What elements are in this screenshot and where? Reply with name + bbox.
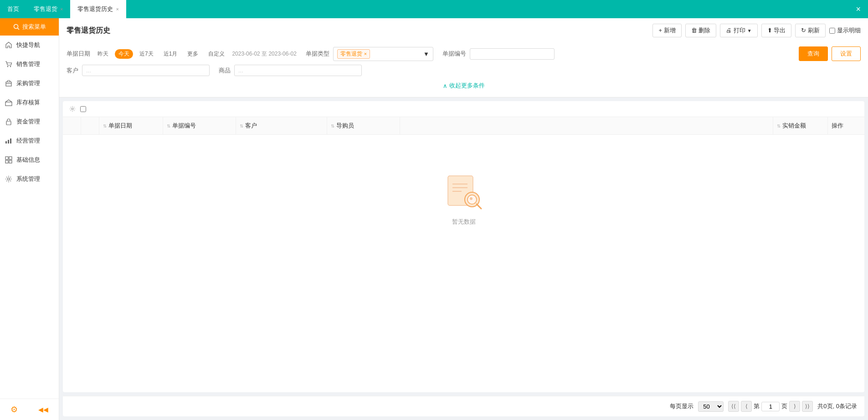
empty-state: 暂无数据	[63, 135, 864, 262]
display-detail-label: 显示明细	[837, 26, 861, 35]
content-area: 零售退货历史 + 新增 🗑 删除 🖨 打印 ▼ ⬆ 导出 ↻ 刷新 显示明细	[59, 18, 868, 420]
sidebar-item-operations[interactable]: 经营管理	[0, 131, 59, 150]
sidebar-item-purchase-label: 采购管理	[16, 79, 40, 87]
tab-retail-return-close[interactable]: ×	[60, 6, 63, 12]
tab-home[interactable]: 零售退货历史 首页	[0, 0, 26, 18]
delete-button[interactable]: 🗑 删除	[685, 24, 717, 37]
doc-type-filter: 单据类型 零售退货 × ▼	[306, 47, 433, 61]
svg-point-3	[10, 66, 11, 67]
collapse-button[interactable]: ∧ 收起更多条件	[443, 82, 485, 90]
tab-retail-return-label: 零售退货	[34, 5, 57, 13]
date-custom-btn[interactable]: 自定义	[205, 49, 228, 59]
tab-retail-return-history-close[interactable]: ×	[116, 6, 118, 12]
goods-select[interactable]: ...	[234, 65, 362, 76]
settings-icon	[5, 175, 13, 183]
sort-no-icon[interactable]: ⇅	[167, 123, 170, 128]
sidebar-item-inventory[interactable]: 库存核算	[0, 93, 59, 112]
audio-icon[interactable]: ◀◀	[38, 406, 48, 413]
sidebar-item-system[interactable]: 系统管理	[0, 169, 59, 189]
svg-rect-8	[5, 141, 7, 143]
main-layout: 搜索菜单 快捷导航 销售管理 采购管理 库存核算	[0, 18, 868, 420]
svg-rect-13	[5, 160, 8, 163]
sidebar-item-sales-label: 销售管理	[16, 60, 40, 68]
svg-point-0	[14, 25, 18, 29]
print-button[interactable]: 🖨 打印 ▼	[720, 24, 758, 37]
sort-date-icon[interactable]: ⇅	[103, 123, 107, 128]
date-yesterday-btn[interactable]: 昨天	[94, 49, 112, 59]
svg-rect-12	[9, 157, 12, 159]
display-detail-checkbox[interactable]	[829, 28, 835, 34]
sidebar-item-quick-nav-label: 快捷导航	[16, 41, 40, 49]
sort-customer-icon[interactable]: ⇅	[240, 123, 243, 128]
doc-type-select[interactable]: 零售退货 × ▼	[333, 47, 433, 61]
date-today-btn[interactable]: 今天	[115, 49, 133, 59]
th-spacer	[400, 117, 773, 134]
doc-type-tag-close[interactable]: ×	[364, 51, 367, 56]
filter-area: 单据日期 昨天 今天 近7天 近1月 更多 自定义 2023-06-02 至 2…	[67, 43, 861, 97]
page-number-input[interactable]	[761, 402, 780, 411]
table-settings-icon[interactable]	[68, 105, 77, 113]
svg-rect-6	[5, 102, 12, 106]
sidebar-search[interactable]: 搜索菜单	[0, 18, 59, 36]
sidebar-item-sales[interactable]: 销售管理	[0, 55, 59, 74]
sort-guide-icon[interactable]: ⇅	[331, 123, 334, 128]
lock-icon	[5, 118, 13, 126]
doc-type-tag-text: 零售退货	[340, 50, 362, 58]
first-page-button[interactable]: ⟨⟨	[728, 401, 739, 412]
date-more-btn[interactable]: 更多	[184, 49, 202, 59]
window-close-button[interactable]: ×	[848, 5, 868, 14]
export-button[interactable]: ⬆ 导出	[761, 24, 792, 37]
sort-amount-icon[interactable]: ⇅	[777, 123, 781, 128]
new-button[interactable]: + 新增	[652, 24, 681, 37]
warehouse-icon	[5, 98, 13, 107]
svg-line-1	[17, 28, 19, 30]
prev-page-button[interactable]: ⟨	[741, 401, 752, 412]
customer-placeholder: ...	[86, 67, 91, 74]
gear-bottom-icon[interactable]: ⚙	[10, 405, 18, 415]
date-1month-btn[interactable]: 近1月	[160, 49, 181, 59]
sidebar-item-purchase[interactable]: 采购管理	[0, 74, 59, 93]
customer-select[interactable]: ...	[82, 65, 210, 76]
select-all-checkbox[interactable]	[80, 106, 86, 112]
sidebar-item-basic-info-label: 基础信息	[16, 156, 40, 164]
query-setting-buttons: 查询 设置	[799, 46, 861, 61]
doc-type-dropdown-icon: ▼	[423, 51, 429, 57]
sidebar-item-finance-label: 资金管理	[16, 118, 40, 126]
sidebar-item-finance[interactable]: 资金管理	[0, 112, 59, 131]
search-icon	[13, 24, 20, 30]
empty-text: 暂无数据	[452, 218, 476, 226]
display-detail-checkbox-container: 显示明细	[829, 26, 861, 35]
tab-retail-return[interactable]: 零售退货 ×	[26, 0, 70, 18]
sidebar-item-system-label: 系统管理	[16, 175, 40, 183]
setting-button[interactable]: 设置	[832, 46, 861, 61]
query-button[interactable]: 查询	[799, 46, 828, 61]
page-title-row: 零售退货历史 + 新增 🗑 删除 🖨 打印 ▼ ⬆ 导出 ↻ 刷新 显示明细	[67, 24, 861, 37]
tab-retail-return-history[interactable]: 零售退货历史 ×	[70, 0, 126, 18]
svg-point-2	[7, 66, 8, 67]
cart-icon	[5, 60, 13, 68]
box-icon	[5, 79, 13, 87]
tab-home-label: 首页	[7, 5, 19, 13]
doc-no-filter: 单据编号	[442, 48, 555, 60]
svg-point-24	[470, 197, 473, 200]
grid-icon	[5, 156, 13, 164]
next-page-button[interactable]: ⟩	[789, 401, 800, 412]
page-label: 第	[754, 402, 760, 410]
last-page-button[interactable]: ⟩⟩	[802, 401, 813, 412]
table-section: ⇅ 单据日期 ⇅ 单据编号 ⇅ 客户 ⇅ 导购员 ⇅	[63, 101, 864, 392]
th-amount: ⇅ 实销金额	[773, 117, 828, 134]
doc-no-input[interactable]	[470, 48, 555, 60]
per-page-select[interactable]: 50 10 20 100	[698, 401, 724, 412]
print-label: 🖨 打印	[726, 26, 745, 35]
collapse-up-icon: ∧	[443, 82, 447, 89]
sidebar-item-basic-info[interactable]: 基础信息	[0, 150, 59, 169]
filter-row-1: 单据日期 昨天 今天 近7天 近1月 更多 自定义 2023-06-02 至 2…	[67, 46, 861, 61]
svg-rect-14	[9, 160, 12, 163]
tab-retail-return-history-label: 零售退货历史	[77, 5, 113, 13]
chart-icon	[5, 137, 13, 145]
sidebar-item-quick-nav[interactable]: 快捷导航	[0, 36, 59, 55]
refresh-button[interactable]: ↻ 刷新	[795, 24, 826, 37]
svg-rect-10	[10, 138, 11, 143]
sidebar-bottom: ⚙ ◀◀	[0, 399, 59, 420]
date-7days-btn[interactable]: 近7天	[136, 49, 157, 59]
